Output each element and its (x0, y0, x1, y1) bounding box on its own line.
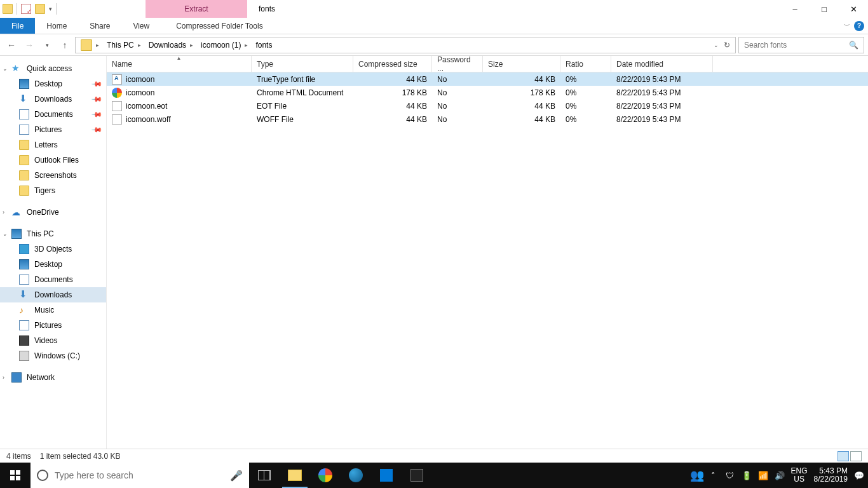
compressed-folder-tools-tab[interactable]: Compressed Folder Tools (165, 18, 275, 34)
taskbar-clock[interactable]: 5:43 PM 8/22/2019 (814, 467, 848, 484)
taskbar-search[interactable]: 🎤 (31, 463, 249, 488)
taskbar: 🎤 👥 ˄ 🛡 🔋 📶 🔊 ENG US 5:43 PM 8/22/2019 💬 (0, 463, 868, 488)
sidebar-item[interactable]: 3D Objects (0, 241, 106, 257)
sidebar-item[interactable]: Windows (C:) (0, 348, 106, 363)
chevron-down-icon[interactable]: ⌄ (3, 231, 8, 237)
chevron-right-icon[interactable]: ▸ (241, 42, 248, 48)
help-icon[interactable]: ? (854, 21, 864, 31)
sidebar-item-label: Music (34, 306, 54, 315)
chevron-down-icon[interactable]: ⌄ (3, 65, 8, 72)
minimize-button[interactable]: – (780, 0, 810, 18)
people-icon[interactable]: 👥 (692, 470, 702, 480)
file-row[interactable]: icomoonTrueType font file44 KBNo44 KB0%8… (107, 72, 868, 86)
sidebar-label: Quick access (27, 64, 72, 73)
properties-icon[interactable]: ✓ (21, 4, 31, 14)
taskbar-search-input[interactable] (55, 470, 224, 480)
start-button[interactable] (0, 463, 31, 488)
large-icons-view-button[interactable] (850, 451, 862, 461)
language-indicator[interactable]: ENG US (791, 467, 808, 484)
column-header-date[interactable]: Date modified (611, 56, 713, 72)
taskbar-app-explorer[interactable] (280, 463, 310, 488)
wifi-icon[interactable]: 📶 (758, 470, 768, 480)
column-header-ratio[interactable]: Ratio (560, 56, 611, 72)
sidebar-network[interactable]: › Network (0, 370, 106, 385)
up-button[interactable]: ↑ (57, 37, 72, 53)
close-button[interactable]: ✕ (839, 0, 868, 18)
volume-icon[interactable]: 🔊 (775, 470, 785, 480)
maximize-button[interactable]: □ (810, 0, 839, 18)
sidebar-label: This PC (27, 229, 54, 238)
file-tab[interactable]: File (0, 18, 35, 34)
qat-dropdown-icon[interactable]: ▾ (49, 6, 52, 12)
sidebar-item[interactable]: Desktop📌 (0, 76, 106, 92)
sidebar-onedrive[interactable]: › ☁ OneDrive (0, 205, 106, 220)
sidebar-item[interactable]: ⬇Downloads (0, 287, 106, 302)
action-center-icon[interactable]: 💬 (854, 470, 864, 480)
sidebar-item[interactable]: Documents (0, 272, 106, 287)
desktop-icon (19, 79, 29, 89)
recent-locations-icon[interactable]: ▾ (39, 37, 55, 53)
chevron-right-icon[interactable]: › (3, 374, 4, 381)
security-icon[interactable]: 🛡 (725, 470, 735, 480)
column-header-type[interactable]: Type (252, 56, 353, 72)
details-view-button[interactable] (837, 451, 849, 461)
breadcrumb-label[interactable]: icomoon (1) (201, 41, 241, 50)
mic-icon[interactable]: 🎤 (230, 470, 243, 482)
sidebar-quick-access[interactable]: ⌄ ★ Quick access (0, 61, 106, 76)
sidebar-item[interactable]: Videos (0, 333, 106, 348)
column-header-password[interactable]: Password ... (432, 56, 483, 72)
pin-icon: 📌 (90, 78, 102, 90)
sidebar-item[interactable]: Documents📌 (0, 107, 106, 122)
titlebar: ✓ ▾ Extract fonts – □ ✕ (0, 0, 868, 18)
sidebar-item[interactable]: Pictures (0, 318, 106, 333)
sidebar-this-pc[interactable]: ⌄ This PC (0, 226, 106, 241)
breadcrumb-label[interactable]: This PC (107, 41, 134, 50)
sidebar-item[interactable]: Screenshots (0, 168, 106, 183)
file-type: WOFF File (252, 115, 353, 124)
chevron-right-icon[interactable]: › (3, 209, 4, 215)
search-icon[interactable]: 🔍 (849, 41, 858, 50)
tray-overflow-icon[interactable]: ˄ (709, 470, 719, 480)
taskbar-app-photos[interactable] (402, 463, 432, 488)
sidebar-item[interactable]: Letters (0, 137, 106, 152)
file-row[interactable]: icomoonChrome HTML Document178 KBNo178 K… (107, 86, 868, 99)
sidebar-item-label: Documents (34, 110, 73, 119)
sidebar-item-label: Desktop (34, 79, 62, 88)
taskbar-app-chrome[interactable] (310, 463, 341, 488)
breadcrumb-label[interactable]: Downloads (149, 41, 186, 50)
address-dropdown-icon[interactable]: ⌄ (714, 42, 719, 48)
sidebar-item[interactable]: Outlook Files (0, 152, 106, 168)
column-header-compressed-size[interactable]: Compressed size (353, 56, 432, 72)
home-tab[interactable]: Home (35, 18, 78, 34)
battery-icon[interactable]: 🔋 (742, 470, 752, 480)
sidebar-item-label: Windows (C:) (34, 351, 80, 360)
breadcrumb-label[interactable]: fonts (255, 41, 272, 50)
address-bar[interactable]: ▸ This PC▸ Downloads▸ icomoon (1)▸ fonts… (75, 37, 736, 53)
task-view-button[interactable] (249, 463, 280, 488)
search-box[interactable]: Search fonts 🔍 (738, 37, 864, 53)
file-row[interactable]: icomoon.woffWOFF File44 KBNo44 KB0%8/22/… (107, 112, 868, 126)
chevron-right-icon[interactable]: ▸ (134, 42, 141, 48)
file-row[interactable]: icomoon.eotEOT File44 KBNo44 KB0%8/22/20… (107, 99, 868, 112)
sidebar-item[interactable]: Tigers (0, 183, 106, 198)
column-header-name[interactable]: Name ▲ (107, 56, 252, 72)
new-folder-icon[interactable] (35, 4, 45, 14)
view-tab[interactable]: View (121, 18, 161, 34)
taskbar-app-edge[interactable] (341, 463, 371, 488)
chevron-right-icon[interactable]: ▸ (92, 42, 99, 48)
status-item-count: 4 items (6, 452, 31, 461)
forward-button[interactable]: → (22, 37, 37, 53)
sidebar-item[interactable]: Desktop (0, 257, 106, 272)
sidebar-item[interactable]: ⬇Downloads📌 (0, 92, 106, 107)
refresh-icon[interactable]: ↻ (724, 41, 730, 50)
window-title: fonts (247, 0, 780, 18)
sidebar-item[interactable]: ♪Music (0, 302, 106, 318)
taskbar-app-store[interactable] (371, 463, 402, 488)
back-button[interactable]: ← (4, 37, 19, 53)
chrome-icon (318, 468, 332, 482)
chevron-right-icon[interactable]: ▸ (186, 42, 193, 48)
share-tab[interactable]: Share (78, 18, 121, 34)
sidebar-item[interactable]: Pictures📌 (0, 122, 106, 137)
ribbon-collapse-icon[interactable]: ﹀ (844, 22, 850, 30)
column-header-size[interactable]: Size (483, 56, 560, 72)
